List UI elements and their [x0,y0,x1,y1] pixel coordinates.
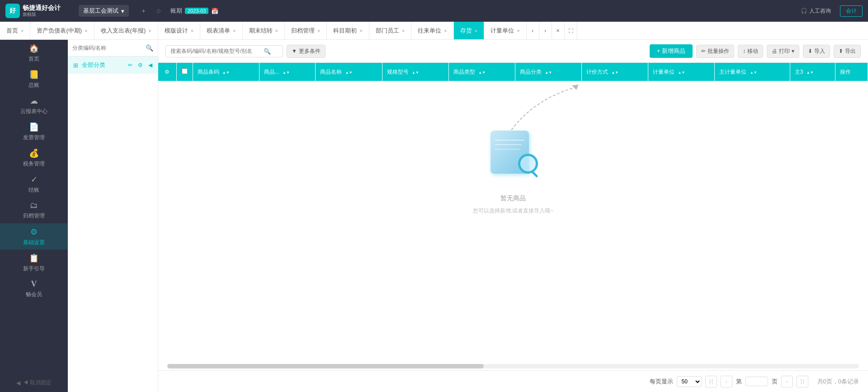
sidebar-item-home[interactable]: 🏠 首页 [0,40,68,66]
col-price-method: 计价方式 ▲▼ [582,63,648,81]
per-page-select[interactable]: 50 100 200 [677,376,702,387]
tab-partner[interactable]: 往来单位 × [411,22,453,40]
tab-template-close[interactable]: × [191,28,193,33]
category-collapse-icon[interactable]: ◀ [148,62,152,68]
tab-nav-right[interactable]: › [539,22,552,40]
tab-tax[interactable]: 税表清单 × [200,22,242,40]
tab-tax-close[interactable]: × [233,28,236,33]
sort-type[interactable]: ▲▼ [478,71,486,75]
sidebar-pin-toggle[interactable]: ◀ ◀ 取消固定 [0,373,68,392]
search-box-icon[interactable]: 🔍 [264,48,271,55]
help-label: 人工咨询 [809,7,831,15]
calendar-icon[interactable]: 📅 [211,8,218,14]
sort-category[interactable]: ▲▼ [545,71,552,75]
per-page-label: 每页显示 [650,378,673,386]
tab-measure-unit[interactable]: 计量单位 × [484,22,526,40]
sort-name[interactable]: ▲▼ [345,71,353,75]
sort-code[interactable]: ▲▼ [283,71,290,75]
batch-operation-button[interactable]: ✏ 批量操作 [696,45,734,58]
category-edit-icon[interactable]: ✏ [128,62,132,68]
last-page-button[interactable]: ⟩⟩ [797,376,808,387]
col-check[interactable] [176,63,193,81]
prev-page-button[interactable]: ‹ [721,376,732,387]
tab-close-all[interactable]: × [552,22,565,40]
tab-balance-close[interactable]: × [85,28,87,33]
first-page-button[interactable]: ⟨⟨ [705,376,717,387]
print-button[interactable]: 🖨 打印 ▾ [767,45,799,58]
scrollbar-thumb[interactable] [167,364,484,368]
app-logo-icon: 好 [5,4,20,18]
tab-income[interactable]: 收入支出表(年报) × [94,22,158,40]
product-search-input[interactable] [170,48,261,54]
sidebar-item-archive[interactable]: 🗂 归档管理 [0,197,68,223]
move-icon: ↕ [743,48,745,54]
tab-archive[interactable]: 归档管理 × [285,22,327,40]
sidebar-item-tax[interactable]: 💰 税务管理 [0,145,68,171]
tab-inventory[interactable]: 存货 × [454,22,484,40]
tab-partner-close[interactable]: × [444,28,447,33]
horizontal-scrollbar[interactable] [167,364,859,368]
tab-inventory-close[interactable]: × [475,28,477,33]
print-icon: 🖨 [772,48,777,54]
tab-expand[interactable]: ⛶ [565,22,577,40]
tab-nav-left[interactable]: ‹ [527,22,539,40]
sort-price-method[interactable]: ▲▼ [611,71,618,75]
tab-home-close[interactable]: × [21,28,24,33]
tab-period-end-close[interactable]: × [275,28,278,33]
account-button[interactable]: 会计 [840,5,863,17]
tab-dept-emp-close[interactable]: × [402,28,405,33]
sidebar-item-member[interactable]: V 畅会员 [0,276,68,302]
tab-template[interactable]: 模版设计 × [158,22,200,40]
help-button[interactable]: 🎧 人工咨询 [797,5,835,17]
sort-spec[interactable]: ▲▼ [412,71,419,75]
category-all[interactable]: ⊞ 全部分类 ✏ ⚙ ◀ [68,57,158,74]
filter-icon: ▼ [292,48,297,54]
sort-extra[interactable]: ▲▼ [807,71,814,75]
category-search-icon[interactable]: 🔍 [146,44,153,52]
sidebar-item-guide[interactable]: 📋 新手引导 [0,250,68,276]
next-page-button[interactable]: › [781,376,793,387]
tab-subject-init[interactable]: 科目期初 × [327,22,369,40]
sidebar-item-settlement[interactable]: ✓ 结账 [0,171,68,197]
settlement-icon: ✓ [31,175,38,184]
category-settings-icon[interactable]: ⚙ [138,62,143,68]
tab-subject-init-close[interactable]: × [359,28,362,33]
tab-income-close[interactable]: × [148,28,151,33]
select-all-checkbox[interactable] [182,68,188,74]
new-tab-button[interactable]: ＋ [138,5,149,16]
sidebar-item-invoice[interactable]: 📄 发票管理 [0,118,68,145]
sidebar-item-ledger[interactable]: 📒 总账 [0,66,68,92]
col-settings[interactable]: ⚙ [158,63,176,81]
tab-period-end[interactable]: 期末结转 × [243,22,285,40]
tab-home[interactable]: 首页 × [0,22,30,40]
tab-balance[interactable]: 资产负债表(中期) × [30,22,94,40]
sort-main-unit[interactable]: ▲▼ [750,71,757,75]
tab-archive-close[interactable]: × [317,28,320,33]
settings-icon[interactable]: ⚙ [152,5,165,17]
inner-layout: 🔍 ⊞ 全部分类 ✏ ⚙ ◀ 🔍 [68,40,868,392]
move-button[interactable]: ↕ 移动 [738,45,763,58]
product-table: ⚙ 商品条码 ▲▼ 商品... ▲▼ [158,63,868,262]
import-button[interactable]: ⬇ 导入 [803,45,830,58]
sort-unit[interactable]: ▲▼ [678,71,685,75]
app-name-block: 畅捷通好会计 旗舰版 [23,4,61,18]
tab-period-end-label: 期末结转 [249,27,273,35]
sort-barcode[interactable]: ▲▼ [222,71,230,75]
svg-marker-0 [572,85,579,90]
sidebar-item-reports[interactable]: ☁ 云报表中心 [0,92,68,118]
company-selector[interactable]: 基层工会测试 ▾ [79,5,129,17]
page-number-input[interactable]: 1 [745,377,768,386]
app-edition: 旗舰版 [23,11,61,18]
tab-dept-emp[interactable]: 部门员工 × [369,22,411,40]
add-product-button[interactable]: + 新增商品 [650,44,693,58]
tab-template-label: 模版设计 [165,27,188,35]
category-search-input[interactable] [72,45,143,51]
sidebar-ledger-label: 总账 [28,81,39,89]
export-button[interactable]: ⬆ 导出 [834,45,861,58]
tab-measure-unit-close[interactable]: × [517,28,519,33]
filter-button[interactable]: ▼ 更多条件 [287,45,326,58]
sidebar-item-settings[interactable]: ⚙ 基础设置 [0,223,68,250]
pin-icon: ◀ [16,380,20,386]
batch-label: 批量操作 [708,47,729,55]
guide-icon: 📋 [29,253,39,263]
